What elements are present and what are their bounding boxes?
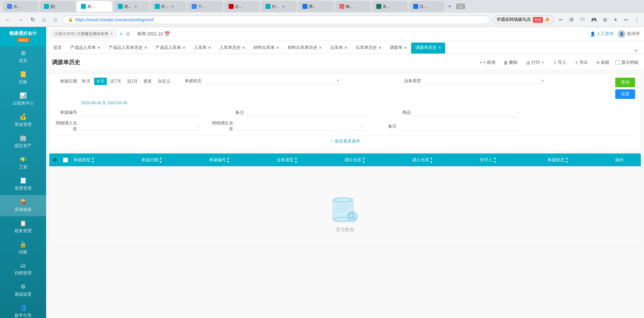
browser-tab-1[interactable]: 在... — [3, 1, 38, 12]
doc-num-input[interactable] — [80, 109, 201, 116]
date-btn-custom[interactable]: 自定义 — [155, 78, 173, 85]
tab-transfer-hist[interactable]: 调拨单历史 ✕ — [411, 43, 445, 54]
sidebar-item-settings[interactable]: ⚙ 基础设置 — [0, 280, 46, 301]
show-cols-toggle[interactable]: 显示明细 — [615, 60, 638, 66]
setting-button[interactable]: 设置 — [615, 89, 635, 99]
add-button[interactable]: + + 新增 — [477, 58, 498, 67]
date-btn-yesterday[interactable]: 昨天 — [80, 78, 93, 85]
close-icon-outbound-hist[interactable]: ✕ — [378, 46, 381, 50]
close-icon-material-out[interactable]: ✕ — [276, 46, 279, 50]
sidebar-item-archive[interactable]: 🗂 归档管理 — [0, 259, 46, 280]
close-icon-product-in2[interactable]: ✕ — [182, 46, 185, 50]
th-type[interactable]: 单据类型 ▲▼ — [71, 156, 138, 164]
th-number[interactable]: 单据编号 ▲▼ — [206, 156, 274, 164]
company-settings-button[interactable]: ⚙ — [126, 31, 130, 37]
date-btn-more[interactable]: 更多 — [141, 78, 154, 85]
company-selector[interactable]: (勿删勿禁用) 江西服宝测试专用 ▼ — [50, 30, 116, 38]
goods-dots-icon[interactable]: ··· — [516, 110, 520, 115]
calendar-icon[interactable]: 📅 — [164, 31, 170, 37]
extension-1[interactable]: 🛡 — [578, 16, 587, 24]
browser-tab-5[interactable]: 好... ✕ — [151, 1, 186, 12]
sidebar-item-home[interactable]: ⊞ 首页 — [0, 46, 46, 67]
date-btn-7days[interactable]: 近7天 — [108, 78, 124, 85]
tab-material-out-hist[interactable]: 材料出库单历史 ✕ — [283, 43, 326, 54]
theme-button[interactable]: ☀ — [611, 16, 620, 24]
tab-transfer[interactable]: 调拨单 ✕ — [386, 43, 411, 54]
tab-close-panel[interactable]: ✕ — [631, 48, 641, 54]
th-biz-type[interactable]: 业务类型 ▲▼ — [274, 156, 342, 164]
tab-product-in2[interactable]: 产成品入库单 ✕ — [151, 43, 190, 54]
th-check[interactable] — [60, 158, 71, 162]
close-icon-4[interactable]: ✕ — [134, 5, 137, 9]
browser-tab-11[interactable]: 各... — [372, 1, 408, 12]
close-icon-material-out-hist[interactable]: ✕ — [319, 46, 322, 50]
close-icon-8[interactable]: ✕ — [282, 5, 285, 9]
close-icon-transfer-hist[interactable]: ✕ — [438, 46, 441, 50]
tab-outbound-hist[interactable]: 出库单历史 ✕ — [351, 43, 386, 54]
import-button[interactable]: ⇩ 导入 — [550, 58, 569, 67]
th-gear[interactable]: ⚙ — [49, 157, 60, 162]
sidebar-item-tax[interactable]: 📋 税务管理 — [0, 216, 46, 238]
sidebar-item-fund[interactable]: 💰 资金管理 — [0, 110, 46, 131]
tab-inbound-hist[interactable]: 入库单历史 ✕ — [215, 43, 249, 54]
close-icon-product-in-hist[interactable]: ✕ — [144, 46, 147, 50]
favorite-button[interactable]: ☆ — [51, 15, 60, 24]
th-handler[interactable]: 经手人 ▲▼ — [477, 156, 545, 164]
service-button[interactable]: 👤 人工咨询 — [590, 31, 613, 37]
tab-outbound[interactable]: 出库单 ✕ — [326, 43, 351, 54]
close-icon-inbound-hist[interactable]: ✕ — [242, 46, 245, 50]
browser-tab-12[interactable]: 目... — [409, 1, 444, 12]
sidebar-item-ledger[interactable]: 📒 总账 — [0, 67, 46, 89]
detail-in-dots-icon[interactable]: ··· — [196, 123, 201, 129]
browser-tab-4[interactable]: 易... ✕ — [114, 1, 149, 12]
detail-in-select[interactable]: ··· — [80, 122, 201, 130]
sidebar-item-invoice[interactable]: 🧾 发票管理 — [0, 174, 46, 195]
status-select[interactable]: ▼ — [204, 78, 339, 84]
show-cols-checkbox[interactable] — [615, 60, 620, 65]
sidebar-item-inventory[interactable]: 📦 库存核算 — [0, 195, 46, 216]
tab-home[interactable]: 首页 — [49, 43, 66, 54]
home-button[interactable]: ⌂ — [40, 15, 48, 24]
search-button[interactable]: 查询 — [615, 78, 635, 87]
close-icon-outbound[interactable]: ✕ — [344, 46, 347, 50]
close-all-tabs-icon[interactable]: ✕ — [634, 48, 638, 54]
th-date[interactable]: 单据日期 ▲▼ — [138, 156, 206, 164]
tab-product-in[interactable]: 产成品入库单 ✕ — [66, 43, 104, 54]
tab-material-out[interactable]: 材料出库单 ✕ — [249, 43, 283, 54]
new-tab-button[interactable]: + — [446, 3, 453, 10]
extension-2[interactable]: 🎮 — [589, 16, 599, 24]
grid-button[interactable]: ⊞ — [601, 16, 609, 24]
address-bar[interactable]: 🔒 https://cloud.chanjet.com/accounting/u… — [63, 16, 490, 24]
close-icon-5[interactable]: ✕ — [171, 5, 174, 9]
goods-select[interactable]: ··· — [414, 108, 520, 117]
undo-button[interactable]: ↩ — [622, 16, 630, 24]
print-button[interactable]: 🖨 打印 ▼ — [523, 58, 547, 67]
detail-out-dots-icon[interactable]: ··· — [360, 123, 364, 129]
detail-out-select[interactable]: ··· — [236, 122, 364, 130]
date-btn-today[interactable]: 今天 — [94, 78, 107, 85]
sidebar-item-asset[interactable]: 🏢 固定资产 — [0, 131, 46, 152]
browser-tab-9[interactable]: 腾... — [298, 1, 334, 12]
browser-tab-active[interactable]: 易... — [77, 1, 112, 12]
close-icon-transfer[interactable]: ✕ — [404, 46, 407, 50]
close-icon-product-in[interactable]: ✕ — [97, 46, 100, 50]
browser-tab-10[interactable]: 畅... — [335, 1, 371, 12]
add-company-button[interactable]: + — [119, 31, 122, 37]
sidebar-item-guide[interactable]: 📘 新手引导 — [0, 301, 46, 318]
forward-button[interactable]: → — [16, 15, 26, 24]
remark-input[interactable] — [247, 109, 367, 116]
export-button[interactable]: ⇧ 导出 — [572, 58, 591, 67]
select-all-checkbox[interactable] — [63, 158, 68, 162]
browser-tab-6[interactable]: 个... — [187, 1, 223, 12]
user-info[interactable]: 👤 徐泽华 — [618, 30, 640, 38]
collapse-button[interactable]: ⌃ 收起更多条件 — [55, 138, 635, 144]
th-status[interactable]: 单据状态 ▲▼ — [545, 156, 612, 164]
browser-tab-8[interactable]: 好... ✕ — [261, 1, 297, 12]
th-out-warehouse[interactable]: 调出仓库 ▲▼ — [342, 156, 409, 164]
tab-inbound[interactable]: 入库单 ✕ — [190, 43, 215, 54]
sidebar-item-closing[interactable]: 🔒 结账 — [0, 238, 46, 259]
th-in-warehouse[interactable]: 调入仓库 ▲▼ — [409, 156, 477, 164]
refresh-button[interactable]: ↻ — [28, 15, 37, 24]
browser-tab-7[interactable]: 企... — [224, 1, 260, 12]
close-icon-inbound[interactable]: ✕ — [208, 46, 211, 50]
